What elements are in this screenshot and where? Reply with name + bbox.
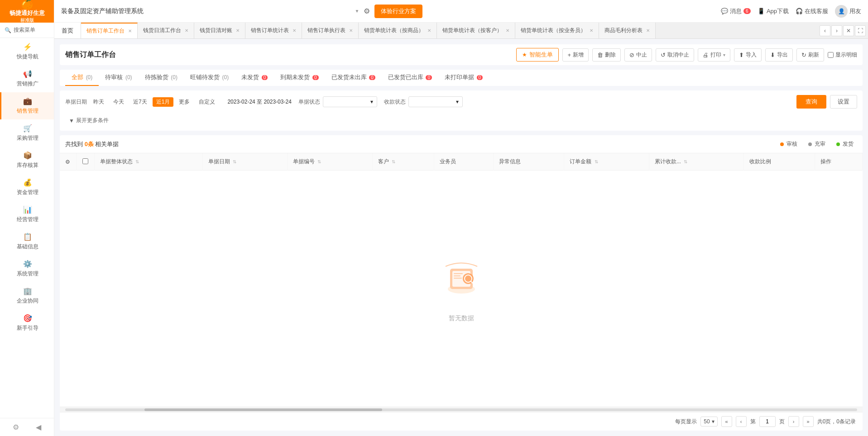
industry-solution-button[interactable]: 体验行业方案 [374, 5, 422, 18]
tab-gross-profit[interactable]: 商品毛利分析表 ✕ [599, 23, 656, 38]
tab-cash-daily[interactable]: 钱货日清工作台 ✕ [138, 23, 194, 38]
filter-tab-all[interactable]: 全部 (0) [65, 70, 99, 86]
tab-sales-summary-product[interactable]: 销货单统计表（按商品） ✕ [359, 23, 437, 38]
tab-sales-workbench-close[interactable]: ✕ [128, 28, 132, 33]
filter-tab-pending-review-label: 待审核 [105, 74, 123, 81]
refresh-button[interactable]: ↻ 刷新 [796, 48, 824, 62]
export-button[interactable]: ⬇ 导出 [765, 48, 793, 62]
tab-sales-summary-product-close[interactable]: ✕ [427, 28, 431, 33]
cancel-stop-button[interactable]: ↺ 取消中止 [656, 48, 694, 62]
payment-select[interactable]: ▾ [408, 96, 463, 107]
scroll-thumb[interactable] [144, 408, 382, 411]
date-option-today[interactable]: 今天 [110, 97, 128, 107]
sidebar-item-purchase[interactable]: 🛒 采购管理 [0, 119, 54, 147]
ship-action-btn[interactable]: 发货 [833, 139, 857, 149]
print-button[interactable]: 🖨 打印 ▾ [698, 48, 730, 62]
col-collected-sort[interactable]: ⇅ [684, 159, 687, 164]
sidebar-search[interactable]: 🔍 搜索菜单 [0, 23, 54, 38]
sidebar-item-enterprise[interactable]: 🏢 企业协同 [0, 282, 54, 309]
delete-button[interactable]: 🗑 删除 [592, 48, 621, 62]
import-button[interactable]: ⬆ 导入 [734, 48, 762, 62]
col-customer-sort[interactable]: ⇅ [392, 159, 395, 164]
detail-toggle-label: 显示明细 [835, 51, 857, 59]
collapse-icon[interactable]: ◀ [36, 423, 41, 431]
tab-sales-summary-staff[interactable]: 销货单统计表（按业务员） ✕ [515, 23, 599, 38]
filter-tab-wangpu[interactable]: 旺铺待发货 (0) [184, 70, 235, 86]
settings-topbar-icon[interactable]: ⚙ [364, 7, 370, 15]
date-option-more[interactable]: 更多 [175, 97, 193, 107]
tab-next-btn[interactable]: › [831, 25, 842, 36]
user-action[interactable]: 👤 用友 [835, 5, 861, 18]
col-number-sort[interactable]: ⇅ [317, 159, 321, 164]
filter-tab-shipped-warehoused[interactable]: 已发货已出库 0 [382, 70, 438, 86]
review-action-btn[interactable]: 审核 [777, 139, 801, 149]
tab-cash-reconcile-close[interactable]: ✕ [236, 28, 240, 33]
sidebar-item-sales[interactable]: 💼 销售管理 [0, 92, 54, 119]
tab-sales-summary-customer[interactable]: 销货单统计表（按客户） ✕ [437, 23, 515, 38]
smart-create-button[interactable]: ★ 智能生单 [516, 48, 559, 62]
detail-toggle[interactable]: 显示明细 [828, 51, 857, 59]
first-page-button[interactable]: « [721, 416, 732, 427]
page-size-select[interactable]: 50 ▾ [700, 417, 717, 427]
settings-icon[interactable]: ⚙ [13, 423, 19, 431]
filter-tab-pending-inspect[interactable]: 待拣验货 (0) [139, 70, 184, 86]
tab-cash-reconcile[interactable]: 钱货日清对账 ✕ [194, 23, 245, 38]
sidebar-item-quick-nav[interactable]: ⚡ 快捷导航 [0, 38, 54, 65]
sidebar-item-inventory[interactable]: 📦 库存核算 [0, 147, 54, 174]
filter-tab-not-shipped[interactable]: 未发货 0 [235, 70, 274, 86]
sidebar-item-marketing[interactable]: 📢 营销推广 [0, 65, 54, 92]
tab-home[interactable]: 首页 [54, 23, 81, 38]
col-amount-sort[interactable]: ⇅ [595, 159, 598, 164]
tab-sales-workbench[interactable]: 销售订单工作台 ✕ [81, 23, 138, 38]
filter-tab-pending-review[interactable]: 待审核 (0) [99, 70, 138, 86]
date-option-yesterday[interactable]: 昨天 [90, 97, 108, 107]
date-option-7days[interactable]: 近7天 [129, 97, 151, 107]
sidebar-item-finance[interactable]: 💰 资金管理 [0, 174, 54, 201]
date-option-custom[interactable]: 自定义 [195, 97, 219, 107]
col-date-sort[interactable]: ⇅ [233, 159, 236, 164]
next-page-button[interactable]: › [788, 416, 799, 427]
sidebar-item-operations[interactable]: 📊 经营管理 [0, 201, 54, 228]
select-all-checkbox[interactable] [82, 158, 88, 164]
sidebar-item-basic-info[interactable]: 📋 基础信息 [0, 228, 54, 255]
tab-sales-exec-close[interactable]: ✕ [349, 28, 353, 33]
date-option-1month[interactable]: 近1月 [153, 97, 174, 107]
last-page-button[interactable]: » [803, 416, 814, 427]
sidebar-item-guide[interactable]: 🎯 新手引导 [0, 309, 54, 336]
col-settings[interactable]: ⚙ [60, 153, 76, 171]
prev-page-button[interactable]: ‹ [736, 416, 747, 427]
online-service-action[interactable]: 🎧 在线客服 [796, 7, 828, 15]
tab-sales-exec[interactable]: 销售订单执行表 ✕ [302, 23, 359, 38]
refresh-icon: ↻ [801, 52, 806, 58]
revoke-action-btn[interactable]: 充审 [805, 139, 829, 149]
tab-maximize-btn[interactable]: ⛶ [855, 25, 866, 36]
scroll-track[interactable] [65, 408, 857, 411]
tab-prev-btn[interactable]: ‹ [820, 25, 830, 36]
scroll-area[interactable] [60, 407, 863, 412]
filter-tab-overdue-not-shipped[interactable]: 到期未发货 0 [274, 70, 325, 86]
stop-button[interactable]: ⊘ 中止 [624, 48, 652, 62]
dropdown-icon[interactable]: ▼ [355, 9, 359, 14]
app-download-action[interactable]: 📱 App下载 [758, 7, 789, 15]
status-select[interactable]: ▾ [323, 96, 377, 107]
message-action[interactable]: 💬 消息 6 [721, 7, 751, 15]
set-button[interactable]: 设置 [830, 95, 857, 109]
expand-filter-button[interactable]: ▼ 展开更多条件 [65, 115, 112, 126]
add-button[interactable]: + 新增 [562, 48, 589, 62]
col-check[interactable] [76, 153, 94, 171]
tab-sales-stats[interactable]: 销售订单统计表 ✕ [245, 23, 302, 38]
page-number-input[interactable] [759, 416, 776, 427]
tab-close-all-btn[interactable]: ✕ [843, 25, 854, 36]
tab-sales-stats-close[interactable]: ✕ [293, 28, 296, 33]
tab-sales-summary-customer-close[interactable]: ✕ [506, 28, 509, 33]
col-status-sort[interactable]: ⇅ [135, 159, 139, 164]
tab-sales-summary-staff-close[interactable]: ✕ [590, 28, 593, 33]
sidebar-item-system[interactable]: ⚙️ 系统管理 [0, 255, 54, 282]
query-button[interactable]: 查询 [796, 95, 826, 109]
tab-gross-profit-close[interactable]: ✕ [646, 28, 650, 33]
filter-tab-shipped-not-warehoused[interactable]: 已发货未出库 0 [325, 70, 382, 86]
tab-cash-daily-close[interactable]: ✕ [185, 28, 188, 33]
filter-tab-not-printed[interactable]: 未打印单据 0 [438, 70, 489, 86]
detail-checkbox[interactable] [828, 52, 834, 58]
table-scroll-container[interactable]: ⚙ 单据整体状态 ⇅ 单据日期 ⇅ 单据编号 [60, 153, 863, 171]
